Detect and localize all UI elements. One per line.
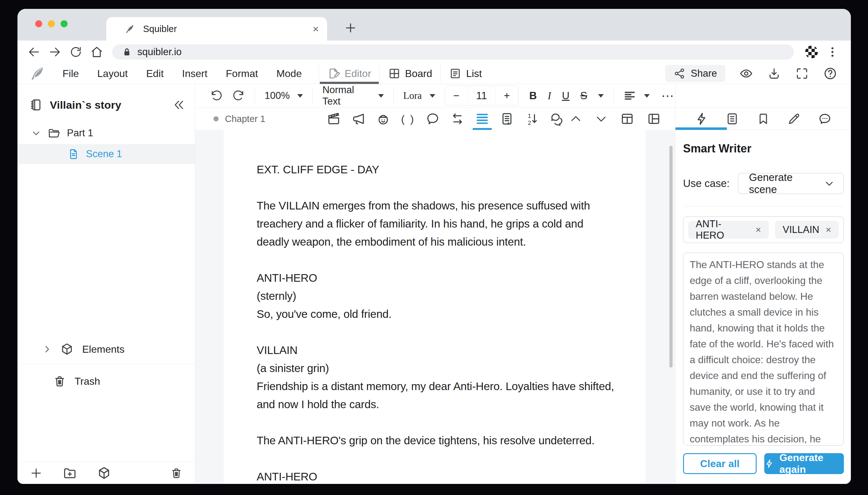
undo-button[interactable] (210, 89, 223, 102)
dialogue-block[interactable]: ANTI-HERO (sternly) So, you've come, old… (257, 269, 617, 323)
browser-window: Squibler × squibler.io (17, 9, 851, 484)
split-view-rows-icon[interactable] (646, 112, 661, 126)
panel-tab-smart-writer[interactable] (693, 110, 710, 127)
home-button[interactable] (88, 43, 105, 61)
dialogue-block[interactable]: ANTI-HERO (257, 467, 617, 483)
screenplay-text[interactable]: EXT. CLIFF EDGE - DAY The VILLAIN emerge… (224, 130, 645, 483)
panel-tab-bookmarks[interactable] (755, 110, 772, 127)
add-folder-icon[interactable] (63, 466, 77, 480)
panel-tab-edit[interactable] (786, 110, 802, 127)
strikethrough-button[interactable]: S (580, 90, 587, 102)
redo-button[interactable] (232, 89, 245, 102)
share-button[interactable]: Share (665, 65, 725, 82)
use-case-select[interactable]: Generate scene (738, 173, 844, 194)
chevron-down-icon[interactable] (598, 94, 604, 98)
board-grid-icon (388, 67, 401, 80)
smart-writer-panel: Smart Writer Use case: Generate scene AN… (675, 84, 851, 483)
parenthetical-icon[interactable]: ( ) (400, 110, 416, 127)
character-icon[interactable] (375, 110, 392, 127)
new-tab-button[interactable] (341, 18, 360, 37)
paragraph-style-select[interactable]: Normal Text (322, 84, 384, 107)
lock-icon (121, 47, 132, 57)
browser-tab[interactable]: Squibler × (106, 17, 327, 40)
script-page[interactable]: EXT. CLIFF EDGE - DAY The VILLAIN emerge… (224, 130, 645, 483)
dialogue-bubble-icon[interactable] (425, 110, 441, 127)
remove-tag-icon[interactable]: × (825, 225, 831, 235)
dialogue-block[interactable]: VILLAIN (a sinister grin) Friendship is … (257, 341, 617, 413)
menu-insert[interactable]: Insert (182, 68, 208, 80)
action-paragraph[interactable]: The ANTI-HERO's grip on the device tight… (257, 431, 617, 449)
align-button[interactable] (623, 89, 650, 102)
scene-heading-clapperboard-icon[interactable] (326, 110, 342, 127)
action-paragraph[interactable]: The VILLAIN emerges from the shadows, hi… (257, 197, 617, 251)
traffic-lights (35, 20, 68, 27)
menu-format[interactable]: Format (226, 68, 258, 80)
font-size-value[interactable]: 11 (468, 86, 495, 105)
profile-avatar[interactable] (803, 43, 820, 61)
use-case-row: Use case: Generate scene (683, 173, 844, 194)
menu-file[interactable]: File (63, 68, 79, 80)
fullscreen-icon[interactable] (795, 67, 809, 81)
forward-button[interactable] (46, 43, 64, 61)
address-bar[interactable]: squibler.io (112, 44, 794, 59)
notes-doc-icon (725, 112, 739, 126)
add-item-icon[interactable] (30, 466, 43, 480)
close-window-button[interactable] (35, 20, 42, 27)
chevron-up-icon[interactable] (569, 112, 583, 125)
bold-button[interactable]: B (529, 90, 537, 102)
download-icon[interactable] (767, 67, 781, 81)
panel-tab-comments[interactable] (817, 110, 833, 127)
tree-item-scene1[interactable]: Scene 1 (17, 144, 195, 164)
panel-tab-notes[interactable] (724, 110, 740, 127)
chevron-down-icon[interactable] (31, 129, 41, 138)
bookmark-icon (756, 112, 770, 126)
sort-order-icon[interactable]: 1 2 (523, 110, 540, 127)
transition-arrows-icon[interactable] (449, 110, 466, 127)
menu-mode[interactable]: Mode (276, 68, 302, 80)
trash-icon[interactable] (170, 467, 183, 479)
align-left-icon (623, 89, 636, 102)
tab-board[interactable]: Board (380, 63, 440, 84)
add-element-cube-icon[interactable] (97, 466, 111, 480)
browser-navbar: squibler.io (17, 40, 851, 63)
minimize-window-button[interactable] (48, 20, 55, 27)
tree-item-part1[interactable]: Part 1 (17, 126, 195, 140)
editor-scrollbar[interactable] (669, 146, 673, 368)
preview-eye-icon[interactable] (739, 67, 753, 81)
sidebar-item-elements[interactable]: Elements (17, 335, 195, 363)
collapse-sidebar-icon[interactable] (173, 99, 185, 111)
scene-heading-paragraph[interactable]: EXT. CLIFF EDGE - DAY (257, 160, 617, 178)
sidebar-item-trash[interactable]: Trash (17, 364, 195, 399)
tab-editor[interactable]: Editor (319, 63, 379, 84)
character-tags-input[interactable]: ANTI-HERO × VILLAIN × (683, 217, 844, 243)
font-select[interactable]: Lora (403, 90, 435, 101)
action-megaphone-icon[interactable] (350, 110, 367, 127)
remove-tag-icon[interactable]: × (755, 225, 761, 235)
reload-button[interactable] (67, 43, 85, 61)
tab-close-icon[interactable]: × (312, 23, 319, 34)
notes-page-icon[interactable] (499, 110, 515, 127)
generate-again-button[interactable]: Generate again (764, 453, 844, 474)
italic-button[interactable]: I (547, 90, 551, 102)
browser-menu-icon[interactable] (823, 43, 841, 61)
chevron-right-icon[interactable] (42, 344, 52, 354)
chevron-down-icon[interactable] (594, 112, 608, 125)
zoom-window-button[interactable] (61, 20, 68, 27)
scene-file-icon (68, 148, 80, 160)
font-size-increase[interactable]: + (495, 86, 518, 105)
tag-anti-hero: ANTI-HERO × (688, 221, 769, 239)
underline-button[interactable]: U (562, 90, 570, 102)
clear-all-button[interactable]: Clear all (683, 453, 757, 474)
dual-dialogue-icon[interactable] (548, 110, 565, 127)
tab-list[interactable]: List (441, 63, 490, 84)
back-button[interactable] (25, 43, 43, 61)
menu-layout[interactable]: Layout (97, 68, 128, 80)
split-view-columns-icon[interactable] (620, 112, 635, 126)
more-options-icon[interactable]: ⋯ (661, 88, 675, 103)
general-text-icon[interactable] (474, 110, 490, 127)
zoom-select[interactable]: 100% (265, 90, 303, 101)
generated-text-box[interactable]: The ANTI-HERO stands at the edge of a cl… (683, 253, 844, 446)
menu-edit[interactable]: Edit (146, 68, 164, 80)
font-size-decrease[interactable]: − (445, 86, 468, 105)
help-icon[interactable] (823, 66, 837, 81)
